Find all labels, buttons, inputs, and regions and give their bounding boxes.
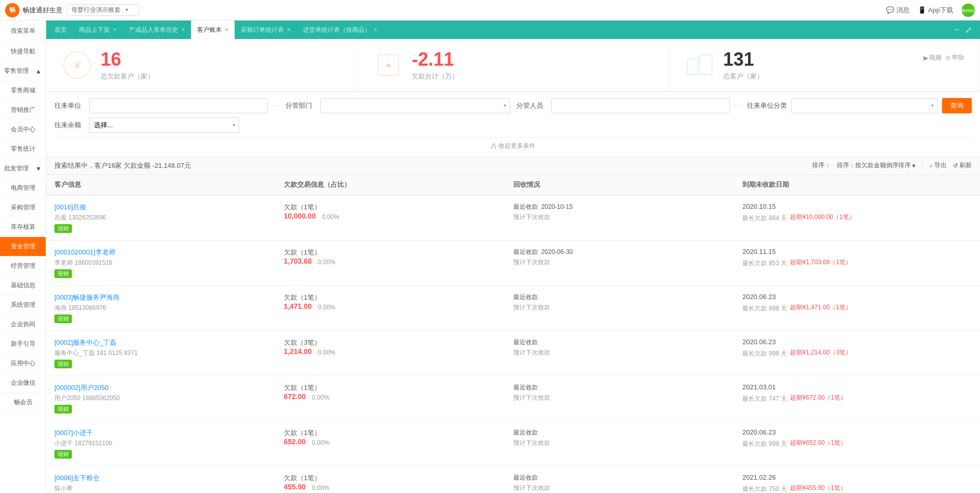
recovery-cell-2: 最近收款 预计下次收款 [513,293,743,312]
filter-area: 往来单位 ··· 分管部门 ▾ 分管人员 [46,92,980,157]
debt-amount-6[interactable]: 455.90 [284,483,306,491]
overdue-amount-6[interactable]: 超期¥455.90（1笔） [790,484,847,492]
overdue-amount-3[interactable]: 超期¥1,214.00（3笔） [790,348,852,357]
tab-产成品入库单历史[interactable]: 产成品入库单历史× [123,21,191,39]
stat-label-3: 总客户（家） [723,72,915,81]
customer-name-2[interactable]: [0003]畅捷服务尹海燕 [54,293,284,302]
recovery-info-3: 最近收款 [513,338,743,347]
message-icon: 💬 [886,6,894,14]
sidebar-item-基础信息[interactable]: 基础信息 [0,276,46,295]
refresh-button[interactable]: ↺ 刷新 [953,161,972,170]
sidebar-item-企业微信[interactable]: 企业微信 [0,373,46,393]
table-row: [0002]服务中心_丁磊 服务中心_丁磊 181 0125 8371 现销 欠… [46,331,980,376]
due-date-2: 2020.06.23 [742,293,972,301]
search-menu-button[interactable]: 搜索菜单 [4,25,42,37]
overdue-amount-0[interactable]: 超期¥10,000.00（1笔） [790,213,855,222]
debt-amount-1[interactable]: 1,703.68 [284,257,312,265]
customer-name-3[interactable]: [0002]服务中心_丁磊 [54,338,284,347]
tab-客户账本[interactable]: 客户账本× [191,21,235,39]
sidebar-item-经营管理[interactable]: 经营管理 [0,257,46,276]
recovery-info-2: 最近收款 [513,293,743,302]
sidebar-item-零售商城[interactable]: 零售商城 [0,81,46,101]
filter-select-category[interactable] [791,98,938,113]
export-button[interactable]: ○ 导出 [929,161,947,170]
filter-select-dept[interactable] [320,98,510,113]
sidebar-item-新手引导[interactable]: 新手引导 [0,334,46,354]
sidebar-item-应用中心[interactable]: 应用中心 [0,354,46,373]
debt-amount-0[interactable]: 10,000.00 [284,212,316,220]
sidebar-arrow: ▼ [35,165,42,172]
debt-amount-5[interactable]: 652.00 [284,438,306,446]
debt-amount-3[interactable]: 1,214.00 [284,347,312,356]
overdue-amount-1[interactable]: 超期¥1,703.68（1笔） [790,258,852,267]
sidebar-item-资金管理[interactable]: 资金管理 [0,237,46,257]
customer-name-1[interactable]: [0001020001]李老师 [54,248,284,257]
tab-close-产成品入库单历史[interactable]: × [181,26,185,33]
tab-maximize-button[interactable]: ⤢ [963,24,974,36]
sort-select[interactable]: 排序：按欠款金额倒序排序 ▾ [837,161,915,170]
tab-采购订单统计表[interactable]: 采购订单统计表× [235,21,297,39]
tab-首页[interactable]: 首页 [48,21,73,39]
debt-info-cell-6: 欠款（1笔） 455.90 0.00% [284,474,513,491]
customer-tag-0: 现销 [54,224,72,233]
sidebar-item-quick-nav[interactable]: 快捷导航 [0,42,46,62]
app-download-button[interactable]: 📱 App下载 [918,6,953,15]
tab-minimize-button[interactable]: − [952,24,961,35]
tab-close-进货单统计表（按商品）[interactable]: × [374,26,377,33]
filter-dots-person[interactable]: ··· [734,101,741,110]
overdue-amount-2[interactable]: 超期¥1,471.00（1笔） [790,303,852,312]
sidebar-item-系统管理[interactable]: 系统管理 [0,295,46,315]
video-link[interactable]: ▶ 视频 [924,53,941,62]
due-date-6: 2021.02.26 [742,474,972,481]
tab-进货单统计表（按商品）[interactable]: 进货单统计表（按商品）× [297,21,383,39]
video-icon: ▶ [924,54,928,62]
filter-input-unit[interactable] [89,98,268,113]
message-button[interactable]: 💬 消息 [886,6,910,15]
avatar[interactable]: demo2 [962,4,975,17]
tab-商品上下架[interactable]: 商品上下架× [73,21,123,39]
overdue-amount-5[interactable]: 超期¥652.00（1笔） [790,439,847,447]
table-row: [0016]吕俊 吕俊 13026203696 现销 欠款（1笔） 10,000… [46,195,980,241]
tab-close-客户账本[interactable]: × [225,26,228,33]
sidebar-item-采购管理[interactable]: 采购管理 [0,198,46,218]
sidebar-item-会员中心[interactable]: 会员中心 [0,120,46,140]
collapse-button[interactable]: ⋀ 收起更多条件 [491,142,535,150]
svg-rect-4 [687,59,698,74]
store-selector[interactable]: 母婴行业演示账套 ▾ [67,4,139,16]
search-button[interactable]: 查询 [942,98,972,113]
sidebar-item-零售管理[interactable]: 零售管理▲ [0,62,46,81]
filter-input-person[interactable] [551,98,730,113]
debt-count-6: 欠款（1笔） [284,474,513,483]
filter-dots-unit[interactable]: ··· [272,101,279,110]
overdue-days-0: 最长欠款 884 天 [742,214,787,223]
debt-amount-4[interactable]: 672.00 [284,392,306,401]
sidebar-item-批发管理[interactable]: 批发管理▼ [0,159,46,179]
overdue-days-5: 最长欠款 998 天 [742,440,787,448]
customer-tag-3: 现销 [54,360,72,368]
sidebar-item-企业协同[interactable]: 企业协同 [0,315,46,334]
debt-amount-2[interactable]: 1,471.00 [284,302,312,310]
customer-info-cell-4: [000002]用户2050 用户2050 18665062050 现销 [54,383,284,413]
filter-select-balance[interactable]: 选择... [89,117,239,133]
sidebar-item-零售统计[interactable]: 零售统计 [0,140,46,159]
col-header-customer: 客户信息 [54,180,284,189]
tab-close-商品上下架[interactable]: × [113,26,117,33]
stat-info-2: -2.11 欠款合计（万） [412,49,652,81]
brand-name: 畅捷通好生意 [23,6,63,15]
help-link[interactable]: ⊙ 帮助 [946,53,964,62]
sidebar-item-畅会员[interactable]: 畅会员 [0,393,46,412]
debt-count-4: 欠款（1笔） [284,383,513,392]
next-collect-6: 预计下次收款 [513,484,743,492]
stat-info-3: 131 总客户（家） [723,49,915,81]
debt-count-5: 欠款（1笔） [284,428,513,438]
customer-name-5[interactable]: [0007]小进千 [54,428,284,438]
customer-name-0[interactable]: [0016]吕俊 [54,203,284,212]
sidebar-item-营销推广[interactable]: 营销推广 [0,101,46,120]
sidebar-item-库存核算[interactable]: 库存核算 [0,218,46,237]
col-header-duedate: 到期未收款日期 [742,180,972,189]
customer-name-6[interactable]: [0006]去下粮仓 [54,474,284,483]
customer-name-4[interactable]: [000002]用户2050 [54,383,284,392]
overdue-amount-4[interactable]: 超期¥672.00（1笔） [790,393,847,402]
sidebar-item-电商管理[interactable]: 电商管理 [0,179,46,198]
tab-close-采购订单统计表[interactable]: × [287,26,291,33]
